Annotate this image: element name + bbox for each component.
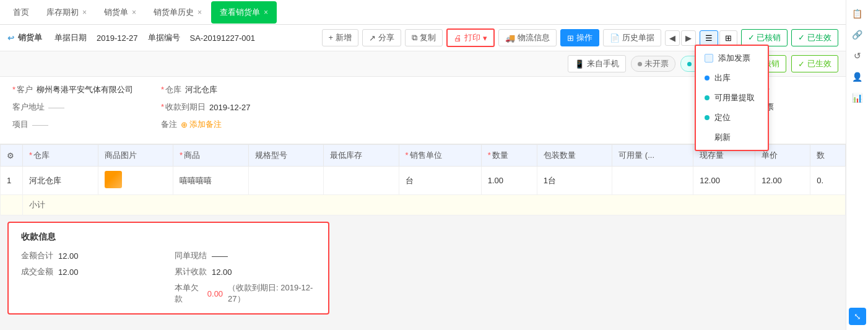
from-phone-button[interactable]: 📱 来自手机	[568, 55, 626, 72]
nav-arrows: ◀ ▶	[665, 30, 696, 46]
sidebar-link-icon[interactable]: 🔗	[849, 26, 866, 43]
add-note-button[interactable]: ⊕ 添加备注	[181, 119, 222, 130]
sidebar-user-icon[interactable]: 👤	[849, 68, 866, 85]
effect-badge-icon: ✓	[798, 59, 805, 69]
dropdown-refresh[interactable]: 刷新	[696, 128, 768, 147]
new-button[interactable]: + 新增	[322, 29, 358, 46]
share-button[interactable]: ↗ 分享	[362, 29, 401, 46]
same-bill-label: 同单现结	[175, 250, 207, 261]
ops-label: 操作	[576, 32, 592, 43]
outbound-label: 出库	[714, 72, 731, 84]
row-img	[98, 167, 173, 195]
tab-inventory[interactable]: 库存期初 ×	[38, 1, 95, 24]
col-pack-qty: 包装数量	[537, 145, 612, 167]
print-label: 打印	[464, 32, 480, 43]
doc-number-label: 单据编号	[148, 32, 180, 43]
col-qty: 数量	[481, 145, 537, 167]
due-date-label: 收款到期日	[161, 102, 206, 113]
due-date-value: 2019-12-27	[209, 103, 259, 112]
col-num: 数	[810, 145, 846, 167]
phone-icon: 📱	[575, 59, 584, 69]
cancel-status-button[interactable]: ✓ 已核销	[741, 29, 788, 46]
deal-amount-value: 12.00	[58, 267, 79, 277]
dropdown-locate[interactable]: 定位	[696, 108, 768, 128]
subtotal-row: 小计	[1, 195, 846, 215]
tab-sales-close[interactable]: ×	[132, 8, 136, 17]
col-warehouse: 仓库	[23, 145, 98, 167]
doc-date-label: 单据日期	[54, 32, 87, 43]
row-avail	[612, 167, 693, 195]
customer-field: 客户 柳州粤港平安气体有限公司	[12, 84, 136, 95]
sidebar-expand-icon[interactable]: ⤡	[849, 308, 866, 321]
print-dropdown-icon: ▾	[483, 33, 487, 43]
list-view-button[interactable]: ☰	[700, 30, 718, 46]
row-index: 1	[1, 167, 23, 195]
outstanding-note: （收款到期日: 2019-12-27）	[228, 282, 316, 305]
row-warehouse: 河北仓库	[23, 167, 98, 195]
next-arrow[interactable]: ▶	[681, 30, 696, 46]
cancel-label: 已核销	[757, 33, 781, 42]
tab-sales-history-label: 销货单历史	[154, 7, 194, 18]
prev-arrow[interactable]: ◀	[665, 30, 680, 46]
tab-view-sales-close[interactable]: ×	[264, 8, 268, 17]
print-button[interactable]: 🖨 打印 ▾	[446, 28, 495, 47]
add-icon: ⊕	[181, 120, 188, 129]
grid-view-button[interactable]: ⊞	[719, 30, 737, 46]
row-current: 12.00	[693, 167, 755, 195]
history-button[interactable]: 📄 历史单据	[603, 29, 661, 46]
history-label: 历史单据	[622, 32, 654, 43]
table-row: 1 河北仓库 嘻嘻嘻嘻 台 1.00 1台 12.00 12.00 0.	[1, 167, 846, 195]
warehouse-value: 河北仓库	[185, 84, 235, 95]
outbound-dot	[705, 76, 710, 80]
sidebar-chart-icon[interactable]: 📊	[849, 89, 866, 106]
tab-sales-history[interactable]: 销货单历史 ×	[145, 1, 210, 24]
add-note-label: 添加备注	[189, 119, 222, 130]
add-invoice-label: 添加发票	[718, 53, 750, 64]
col-gear: ⚙	[1, 145, 23, 167]
sidebar-undo-icon[interactable]: ↺	[849, 47, 866, 64]
tab-sales-history-close[interactable]: ×	[197, 8, 202, 17]
copy-icon: ⧉	[412, 33, 417, 43]
row-spec	[248, 167, 324, 195]
copy-button[interactable]: ⧉ 复制	[405, 29, 443, 46]
refresh-label: 刷新	[714, 132, 731, 143]
warehouse-label: 仓库	[161, 84, 181, 95]
logistics-button[interactable]: 🚚 物流信息	[498, 29, 557, 46]
tab-bar: 首页 库存期初 × 销货单 × 销货单历史 × 查看销货单 × ×	[0, 0, 868, 25]
outstanding-spacer	[21, 282, 162, 305]
col-avail: 可用量 (...	[612, 145, 693, 167]
not-open-badge[interactable]: 未开票	[631, 56, 675, 72]
same-bill-row: 同单现结 ——	[175, 250, 316, 261]
dropdown-outbound[interactable]: 出库	[696, 68, 768, 88]
invoice-icon	[705, 54, 713, 63]
doc-meta: 单据日期 2019-12-27 单据编号 SA-20191227-001	[54, 32, 255, 43]
dropdown-add-invoice[interactable]: 添加发票	[696, 48, 768, 68]
effect-status-button[interactable]: ✓ 已生效	[791, 29, 838, 46]
doc-type-label: 销货单	[18, 32, 42, 43]
cumulative-row: 累计收款 12.00	[175, 266, 316, 277]
row-qty: 1.00	[481, 167, 537, 195]
customer-label: 客户	[12, 84, 33, 95]
tab-home[interactable]: 首页	[5, 1, 37, 24]
col-img: 商品图片	[98, 145, 173, 167]
due-date-field: 收款到期日 2019-12-27	[161, 102, 285, 113]
dot-grey	[638, 62, 642, 66]
dropdown-avail-extract[interactable]: 可用量提取	[696, 88, 768, 108]
address-field: 客户地址 ——	[12, 102, 136, 113]
ops-button[interactable]: ⊞ 操作	[560, 29, 599, 46]
sidebar-copy-icon[interactable]: 📋	[849, 5, 866, 22]
check-icon-effect: ✓	[798, 33, 805, 42]
tab-view-sales[interactable]: 查看销货单 ×	[211, 1, 277, 24]
note-label: 备注	[161, 119, 177, 130]
project-field: 项目 ——	[12, 119, 136, 130]
tab-sales[interactable]: 销货单 ×	[96, 1, 144, 24]
check-dot	[687, 62, 692, 66]
copy-label: 复制	[420, 32, 436, 43]
effect-badge-btn[interactable]: ✓ 已生效	[791, 55, 838, 72]
logistics-icon: 🚚	[505, 33, 515, 43]
subtotal-cell: 小计	[23, 195, 846, 215]
table-container: ⚙ 仓库 商品图片 商品 规格型号 最低库存 销售单位 数量 包装数量 可用量 …	[0, 144, 846, 215]
tab-inventory-close[interactable]: ×	[82, 8, 87, 17]
row-min-stock	[324, 167, 399, 195]
share-label: 分享	[378, 32, 394, 43]
